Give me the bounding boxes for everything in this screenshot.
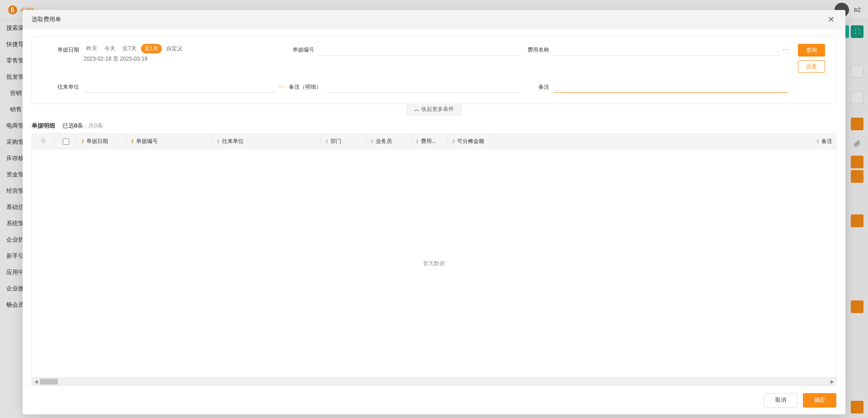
sort-icon: ▲▼	[415, 139, 419, 144]
close-icon[interactable]: ✕	[826, 14, 836, 25]
code-input[interactable]	[319, 44, 520, 56]
column-header-fee[interactable]: ▲▼ 费用...	[412, 134, 448, 149]
column-header-code[interactable]: ▲▼ 单据编号	[127, 134, 213, 149]
filter-label-corp: 往来单位	[50, 81, 79, 93]
filter-label-remark: 备注	[520, 81, 549, 93]
corp-lookup-icon[interactable]: ⋯	[279, 83, 285, 90]
horizontal-scrollbar[interactable]: ◀ ▶	[32, 377, 836, 385]
chevron-up-icon: ︽	[414, 105, 420, 113]
scroll-left-arrow-icon[interactable]: ◀	[32, 378, 40, 385]
query-button[interactable]: 查询	[798, 44, 825, 57]
sort-icon: ▲▼	[131, 139, 134, 144]
sort-icon: ▲▼	[452, 139, 455, 144]
date-range-text: 2023-02-18 至 2023-03-18	[84, 55, 285, 63]
column-header-amount[interactable]: ▲▼ 可分摊金额	[448, 134, 491, 149]
modal-title: 选取费用单	[32, 15, 61, 24]
gear-icon	[40, 138, 47, 145]
filter-label-fee: 费用名称	[520, 44, 549, 56]
table-title: 单据明细	[32, 122, 55, 130]
select-all-checkbox[interactable]	[63, 138, 69, 145]
filter-label-detail-remark: 备注（明细）	[285, 81, 321, 93]
column-header-date[interactable]: ▲▼ 单据日期	[77, 134, 127, 149]
modal-header: 选取费用单 ✕	[23, 10, 845, 29]
modal-dialog: 选取费用单 ✕ 单据日期 昨天 今天 近7天 近1月	[23, 10, 845, 414]
column-checkbox[interactable]	[55, 134, 77, 149]
date-chip-7days[interactable]: 近7天	[120, 44, 139, 53]
table-body: 暂无数据	[32, 149, 836, 377]
column-header-remark[interactable]: ▲▼ 备注	[491, 134, 836, 149]
filter-panel: 单据日期 昨天 今天 近7天 近1月 自定义 2023-02-18 至 2023…	[32, 36, 836, 104]
modal-overlay: 选取费用单 ✕ 单据日期 昨天 今天 近7天 近1月	[0, 0, 868, 418]
sort-icon: ▲▼	[81, 139, 85, 144]
corp-input[interactable]	[84, 81, 276, 93]
collapse-filters-button[interactable]: ︽ 收起更多条件	[406, 104, 462, 115]
column-header-dept[interactable]: ▲▼ 部门	[321, 134, 367, 149]
cancel-button[interactable]: 取消	[764, 393, 797, 408]
fee-name-input[interactable]	[554, 44, 780, 56]
column-header-sales[interactable]: ▲▼ 业务员	[367, 134, 412, 149]
data-table: ▲▼ 单据日期 ▲▼ 单据编号 ▲▼ 往来单位 ▲▼ 部门	[32, 133, 836, 385]
empty-state-text: 暂无数据	[423, 260, 445, 267]
sort-icon: ▲▼	[370, 139, 374, 144]
remark-input[interactable]	[554, 81, 789, 93]
selected-count: 已选0条 | 共0条	[62, 122, 103, 130]
modal-footer: 取消 确定	[23, 385, 845, 414]
sort-icon: ▲▼	[217, 139, 220, 144]
table-header: ▲▼ 单据日期 ▲▼ 单据编号 ▲▼ 往来单位 ▲▼ 部门	[32, 134, 836, 149]
scroll-right-arrow-icon[interactable]: ▶	[828, 378, 836, 385]
column-header-corp[interactable]: ▲▼ 往来单位	[213, 134, 321, 149]
sort-icon: ▲▼	[816, 139, 820, 144]
date-chip-yesterday[interactable]: 昨天	[84, 44, 100, 53]
column-settings[interactable]	[32, 134, 55, 149]
scrollbar-thumb[interactable]	[40, 379, 58, 385]
sort-icon: ▲▼	[325, 139, 329, 144]
svg-point-1	[42, 140, 44, 142]
settings-button[interactable]: 设置	[798, 60, 825, 73]
date-chip-1month[interactable]: 近1月	[141, 44, 162, 53]
confirm-button[interactable]: 确定	[803, 393, 836, 408]
fee-name-lookup-icon[interactable]: ⋯	[783, 46, 789, 53]
filter-label-code: 单据编号	[285, 44, 314, 56]
collapse-label: 收起更多条件	[421, 105, 454, 113]
filter-label-date: 单据日期	[50, 44, 79, 56]
date-chip-custom[interactable]: 自定义	[164, 44, 185, 53]
date-chip-today[interactable]: 今天	[102, 44, 118, 53]
detail-remark-input[interactable]	[326, 81, 520, 93]
